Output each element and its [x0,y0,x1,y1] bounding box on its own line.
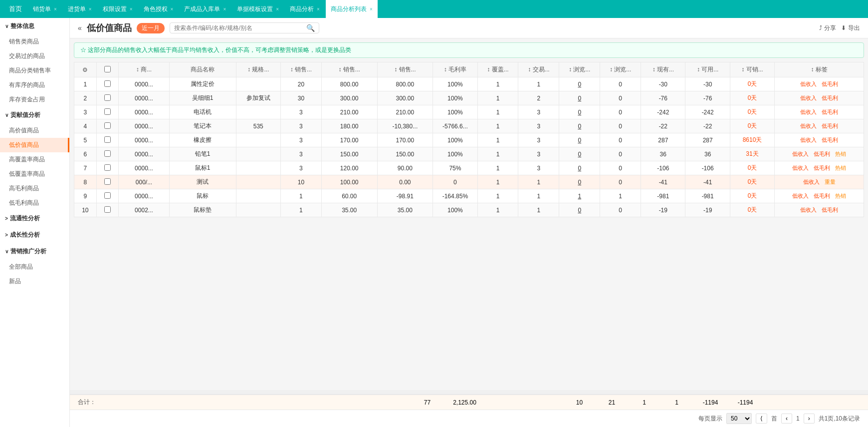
row-checkbox-cell[interactable] [96,189,119,203]
search-input[interactable] [174,24,306,31]
page-size-select[interactable]: 50 100 [726,413,752,424]
row-checkbox[interactable] [104,108,111,115]
th-settings[interactable]: ⚙ [74,62,97,77]
row-checkbox-cell[interactable] [96,203,119,217]
section-header-growth[interactable]: > 成长性分析 [0,227,69,243]
th-sellable[interactable]: ↕ 可销... [730,62,774,77]
section-header-liquidity[interactable]: > 流通性分析 [0,210,69,227]
th-coverage[interactable]: ↕ 覆盖... [477,62,518,77]
sidebar-item-low-coverage[interactable]: 低覆盖率商品 [0,167,69,181]
nav-template-close[interactable]: × [276,6,279,12]
sidebar-item-low-value[interactable]: 低价值商品 [0,138,69,152]
first-page-btn[interactable]: ⟨ [756,414,767,424]
th-current[interactable]: ↕ 现有... [641,62,685,77]
row-view1[interactable]: 0 [559,91,600,105]
row-view1[interactable]: 1 [559,189,600,203]
view1-link[interactable]: 0 [578,151,581,158]
row-checkbox[interactable] [104,150,111,157]
row-view1[interactable]: 0 [559,119,600,133]
share-button[interactable]: ⤴ 分享 [819,24,836,32]
scrollbar[interactable] [70,390,868,394]
th-check[interactable] [96,62,119,77]
row-checkbox[interactable] [104,80,111,87]
row-checkbox-cell[interactable] [96,161,119,175]
row-checkbox[interactable] [104,164,111,171]
sidebar-item-high-value[interactable]: 高价值商品 [0,123,69,138]
th-name[interactable]: 商品名称 [169,62,236,77]
view1-link[interactable]: 0 [578,109,581,116]
row-checkbox[interactable] [104,94,111,101]
row-view1[interactable]: 0 [559,203,600,217]
nav-sales-close[interactable]: × [54,6,57,12]
row-view1[interactable]: 0 [559,161,600,175]
sidebar-item-high-coverage[interactable]: 高覆盖率商品 [0,152,69,167]
th-gross[interactable]: ↕ 毛利率 [433,62,477,77]
row-checkbox-cell[interactable] [96,175,119,189]
nav-purchase[interactable]: 进货单 × [63,0,97,18]
nav-home[interactable]: 首页 [4,0,27,18]
sidebar-item-stock-capital[interactable]: 库存资金占用 [0,92,69,107]
next-page-btn[interactable]: › [804,414,815,424]
th-available[interactable]: ↕ 可用... [685,62,730,77]
sidebar-item-new-products[interactable]: 新品 [0,274,69,289]
row-view1[interactable]: 0 [559,133,600,147]
th-code[interactable]: ↕ 商... [119,62,169,77]
select-all-checkbox[interactable] [104,66,111,72]
sidebar-item-traded-products[interactable]: 交易过的商品 [0,49,69,63]
nav-warehouse-close[interactable]: × [223,6,226,12]
th-spec[interactable]: ↕ 规格... [236,62,280,77]
nav-template[interactable]: 单据模板设置 × [232,0,284,18]
view1-link[interactable]: 0 [578,81,581,88]
row-checkbox-cell[interactable] [96,91,119,105]
view1-link[interactable]: 0 [578,123,581,130]
row-checkbox-cell[interactable] [96,105,119,119]
row-checkbox[interactable] [104,178,111,185]
row-checkbox[interactable] [104,136,111,143]
nav-analysis-close[interactable]: × [317,6,320,12]
filter-period-btn[interactable]: 近一月 [137,23,165,33]
row-checkbox-cell[interactable] [96,147,119,161]
th-sale1[interactable]: ↕ 销售... [280,62,321,77]
sidebar-item-inventoried[interactable]: 有库序的商品 [0,78,69,92]
view1-link[interactable]: 1 [578,193,581,200]
sidebar-item-category-rate[interactable]: 商品分类销售率 [0,63,69,78]
row-view1[interactable]: 0 [559,77,600,91]
section-header-general[interactable]: ∨ 整体信息 [0,18,69,34]
nav-analysis-list-close[interactable]: × [370,6,373,12]
nav-warehouse[interactable]: 产成品入库单 × [179,0,231,18]
sidebar-item-low-margin[interactable]: 低毛利商品 [0,196,69,210]
section-header-marketing[interactable]: ∨ 营销推广分析 [0,243,69,260]
export-button[interactable]: ⬇ 导出 [841,24,860,32]
nav-permissions[interactable]: 权限设置 × [98,0,138,18]
nav-analysis-list[interactable]: 商品分析列表 × [326,0,378,18]
view1-link[interactable]: 0 [578,207,581,214]
row-checkbox-cell[interactable] [96,133,119,147]
row-view1[interactable]: 0 [559,105,600,119]
nav-purchase-close[interactable]: × [89,6,92,12]
row-view1[interactable]: 0 [559,175,600,189]
th-sale3[interactable]: ↕ 销售... [377,62,433,77]
view1-link[interactable]: 0 [578,179,581,186]
nav-permissions-close[interactable]: × [130,6,133,12]
th-sale2[interactable]: ↕ 销售... [321,62,377,77]
sidebar-item-sales-products[interactable]: 销售类商品 [0,34,69,49]
nav-roles[interactable]: 角色授权 × [139,0,179,18]
section-header-contribution[interactable]: ∨ 贡献值分析 [0,107,69,123]
view1-link[interactable]: 0 [578,165,581,172]
row-checkbox[interactable] [104,206,111,213]
row-checkbox[interactable] [104,122,111,129]
view1-link[interactable]: 0 [578,95,581,102]
nav-analysis[interactable]: 商品分析 × [285,0,325,18]
row-checkbox-cell[interactable] [96,77,119,91]
row-checkbox-cell[interactable] [96,119,119,133]
row-view1[interactable]: 0 [559,147,600,161]
th-view2[interactable]: ↕ 浏览... [600,62,641,77]
nav-roles-close[interactable]: × [171,6,174,12]
row-checkbox[interactable] [104,192,111,199]
th-tag[interactable]: ↕ 标签 [775,62,864,77]
th-trade[interactable]: ↕ 交易... [518,62,559,77]
search-icon[interactable]: 🔍 [306,24,315,32]
th-view1[interactable]: ↕ 浏览... [559,62,600,77]
prev-page-btn[interactable]: ‹ [781,414,792,424]
sidebar-item-all-products[interactable]: 全部商品 [0,260,69,274]
